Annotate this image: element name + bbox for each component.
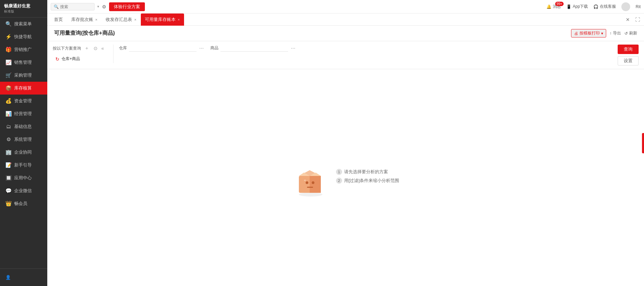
sidebar-item-marketing[interactable]: 🎁 营销推广 [0, 43, 47, 56]
app-download-button[interactable]: 📱 App下载 [566, 4, 588, 9]
service-label: 在线客服 [600, 4, 616, 9]
query-button[interactable]: 查询 [618, 45, 639, 54]
filter-fields: 仓库 ··· 商品 ··· [113, 45, 618, 52]
tab-available-account[interactable]: 可用量库存账本 × [141, 14, 184, 26]
tab-home[interactable]: 首页 [50, 14, 67, 26]
sidebar-item-enterprise[interactable]: 🏢 企业协同 [0, 146, 47, 159]
sidebar-item-system[interactable]: ⚙ 系统管理 [0, 133, 47, 146]
main-area: 🔍 ▾ ⚙ 体验行业方案 🔔 消息 99+ 📱 App下载 🎧 在线客服 Rit [47, 0, 644, 286]
avatar[interactable] [621, 2, 630, 11]
tabs-bar: 首页 库存批次账 × 收发存汇总表 × 可用量库存账本 × ✕ ⛶ [47, 14, 644, 26]
window-expand-icon[interactable]: ⛶ [634, 16, 641, 23]
notification-button[interactable]: 🔔 消息 99+ [546, 4, 561, 9]
online-service-button[interactable]: 🎧 在线客服 [593, 4, 616, 9]
topbar-right: 🔔 消息 99+ 📱 App下载 🎧 在线客服 Rit [546, 2, 641, 11]
sidebar-item-inventory[interactable]: 📦 库存核算 [0, 82, 47, 95]
sidebar-item-sales[interactable]: 📈 销售管理 [0, 56, 47, 69]
sidebar-item-shortcut[interactable]: ⚡ 快捷导航 [0, 30, 47, 43]
scheme-item-warehouse-goods[interactable]: ↻ 仓库+商品 [53, 55, 110, 63]
sidebar-item-enterprise-wechat[interactable]: 💬 企业微信 [0, 184, 47, 197]
export-icon: ↑ [610, 31, 612, 36]
empty-state: 1 请先选择要分析的方案 2 用[过滤]条件来缩小分析范围 [47, 69, 644, 286]
sidebar-item-purchase[interactable]: 🛒 采购管理 [0, 69, 47, 82]
sidebar-item-search[interactable]: 🔍 搜索菜单 [0, 18, 47, 30]
sidebar-item-newbie[interactable]: 📝 新手引导 [0, 159, 47, 172]
filter-scheme-header: 按以下方案查询 ＋ ⊙ « [53, 45, 110, 52]
sidebar-item-label: 系统管理 [14, 136, 32, 142]
tab-recv-summary[interactable]: 收发存汇总表 × [102, 14, 140, 26]
settings-scheme-button[interactable]: ⊙ [92, 45, 99, 52]
warehouse-label: 仓库 [119, 45, 127, 51]
app-download-label: App下载 [573, 4, 588, 9]
tab-recv-summary-label: 收发存汇总表 [106, 17, 132, 23]
svg-marker-3 [310, 176, 321, 193]
app-name: 畅康通好生意 [4, 3, 43, 9]
tab-batch-account-label: 库存批次账 [71, 17, 93, 23]
scheme-header-label: 按以下方案查询 [53, 46, 81, 51]
right-indicator-bar [642, 133, 644, 153]
sidebar-item-label: 应用中心 [14, 175, 32, 181]
phone-icon: 📱 [566, 4, 571, 9]
svg-rect-8 [307, 187, 313, 188]
tab-batch-account-close[interactable]: × [95, 18, 97, 22]
sidebar-item-vip[interactable]: 👑 畅会员 [0, 197, 47, 210]
tab-batch-account[interactable]: 库存批次账 × [67, 14, 102, 26]
export-button[interactable]: ↑ 导出 [610, 30, 621, 36]
trial-button[interactable]: 体验行业方案 [109, 2, 145, 11]
gear-icon: ⚙ [5, 136, 11, 142]
chevron-down-icon[interactable]: ▾ [97, 4, 99, 9]
goods-input[interactable] [221, 45, 288, 52]
empty-hint-1: 1 请先选择要分析的方案 [336, 169, 399, 175]
tab-available-account-close[interactable]: × [178, 18, 180, 22]
refresh-button[interactable]: ↺ 刷新 [624, 30, 637, 36]
printer-icon: 🖨 [574, 31, 578, 36]
filter-scheme-panel: 按以下方案查询 ＋ ⊙ « ↻ 仓库+商品 [53, 45, 113, 63]
hint1-text: 请先选择要分析的方案 [344, 169, 388, 175]
scheme-item-label: 仓库+商品 [61, 56, 80, 62]
refresh-label: 刷新 [629, 30, 637, 36]
cart-icon: 🛒 [5, 72, 11, 78]
step-2-circle: 2 [336, 178, 342, 184]
print-button[interactable]: 🖨 按模板打印 ▾ [571, 29, 606, 37]
sidebar-item-app-center[interactable]: 🔲 应用中心 [0, 172, 47, 184]
user-icon: 👤 [5, 275, 11, 280]
building-icon: 🏢 [5, 149, 11, 155]
svg-point-9 [304, 180, 306, 181]
sidebar-item-label: 营销推广 [14, 47, 32, 53]
search-box[interactable]: 🔍 [51, 3, 95, 10]
window-close-icon[interactable]: ✕ [624, 16, 631, 23]
settings-button[interactable]: 设置 [618, 56, 639, 66]
sidebar: 畅康通好生意 标准版 🔍 搜索菜单 ⚡ 快捷导航 🎁 营销推广 📈 销售管理 🛒… [0, 0, 47, 286]
sidebar-item-label: 新手引导 [14, 162, 32, 168]
sidebar-item-label: 企业微信 [14, 188, 32, 194]
add-scheme-button[interactable]: ＋ [83, 45, 91, 52]
sidebar-item-operations[interactable]: 📊 经营管理 [0, 107, 47, 120]
svg-point-0 [299, 192, 323, 197]
operations-icon: 📊 [5, 111, 11, 117]
lightning-icon: ⚡ [5, 34, 11, 40]
refresh-icon: ↺ [624, 31, 628, 36]
print-dropdown-icon[interactable]: ▾ [601, 31, 603, 36]
search-icon: 🔍 [5, 21, 11, 27]
sidebar-item-basic-info[interactable]: 🗂 基础信息 [0, 120, 47, 133]
apps-icon: 🔲 [5, 175, 11, 181]
print-label: 按模板打印 [579, 30, 600, 36]
filter-action-buttons: 查询 设置 [618, 45, 639, 66]
page-title: 可用量查询(按仓库+商品) [54, 30, 115, 37]
warehouse-input[interactable] [129, 45, 197, 52]
tab-available-account-label: 可用量库存账本 [145, 17, 176, 23]
goods-filter-field: 商品 ··· [210, 45, 295, 52]
export-label: 导出 [613, 30, 621, 36]
topbar: 🔍 ▾ ⚙ 体验行业方案 🔔 消息 99+ 📱 App下载 🎧 在线客服 Rit [47, 0, 644, 14]
goods-more-icon[interactable]: ··· [291, 45, 295, 51]
sidebar-bottom-item[interactable]: 👤 [0, 271, 47, 283]
username-label: Rit [636, 4, 641, 9]
tab-recv-summary-close[interactable]: × [134, 18, 136, 22]
sidebar-item-finance[interactable]: 💰 资金管理 [0, 95, 47, 107]
warehouse-more-icon[interactable]: ··· [199, 45, 204, 51]
empty-illustration-svg [292, 161, 329, 198]
settings-icon[interactable]: ⚙ [102, 4, 106, 9]
sidebar-item-label: 采购管理 [14, 72, 32, 78]
search-input[interactable] [60, 4, 91, 9]
collapse-icon[interactable]: « [101, 46, 104, 51]
